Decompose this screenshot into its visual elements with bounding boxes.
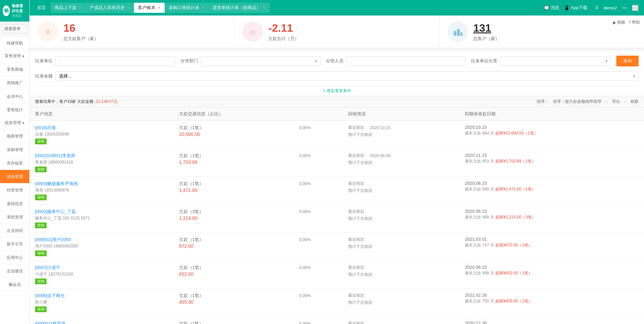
tab-close-icon[interactable]: ✕ [201, 6, 204, 10]
sidebar-item-wholesale-mgmt[interactable]: 批发管理 ▼ [0, 117, 29, 129]
next-payment-label-3: 预计下次收款 [348, 216, 372, 221]
debt-amount-4[interactable]: 672.00 [179, 243, 288, 249]
cell-debt-7: 欠款（1笔） 429.00 [174, 317, 294, 324]
table-row: [0016]吕俊 吕俊 13026203696 现销 欠款（1笔） 10,000… [30, 121, 644, 149]
sidebar-logo[interactable]: 畅 畅捷通好生意 示范店 [0, 0, 29, 22]
customer-name-2[interactable]: [0003]畅捷服务尹海燕 [35, 181, 168, 187]
overdue-amount-2[interactable]: 超期¥1,471.00（1笔） [495, 187, 536, 192]
sidebar-item-chang-member[interactable]: 畅会员 [0, 278, 29, 291]
sidebar-item-system[interactable]: 系统管理 [0, 210, 29, 224]
sidebar-item-member[interactable]: 会员中心 [0, 90, 29, 103]
cell-payment-1: 最近收款 2020-06-30 预计下次收款 [343, 149, 459, 177]
cell-due-6: 2021.02.26 最长欠款 750 天 超期¥455.90（1笔） [459, 289, 644, 317]
debt-count-7: 欠款（1笔） [179, 321, 288, 324]
customer-name-1[interactable]: [0001020001]李老师 [35, 153, 168, 159]
debt-percent-3: 0.00% [299, 209, 337, 214]
due-date-3: 2020.06.23 [465, 209, 639, 214]
filter-collapse-btn[interactable]: ∧ 收起更多条件 [35, 86, 639, 96]
tab-customer-account[interactable]: 客户账本 ✕ [134, 3, 165, 13]
filter-row-2: 往来余额 选择... [35, 71, 639, 81]
sidebar-item-finance[interactable]: 资金管理 [0, 170, 29, 183]
sidebar-item-quick-nav[interactable]: 快捷导航 [0, 36, 29, 50]
debt-amount-3[interactable]: 1,214.00 [179, 215, 288, 221]
tab-product-history[interactable]: 产成品入库单历史 ✕ [86, 3, 134, 13]
tab-product-onoff[interactable]: 商品上下架 ✕ [51, 3, 86, 13]
customer-name-7[interactable]: [000001]黄思源 [35, 321, 168, 324]
cell-customer-5: [0007]小进千 小进千 18279152100 现销 [30, 261, 174, 289]
category-select[interactable] [500, 56, 611, 66]
tab-stock-stats[interactable]: 进货单统计表（按商品） ✕ [208, 3, 270, 13]
last-payment-label-7: 最近收款 [348, 321, 364, 324]
sidebar-item-retail-mgmt[interactable]: 零售管理 ▼ [0, 50, 29, 63]
user-menu[interactable]: D demo2 [592, 3, 617, 12]
sidebar-item-retail-stats[interactable]: 零售统计 [0, 103, 29, 117]
person-input[interactable]: ... [346, 56, 466, 66]
overdue-amount-3[interactable]: 超期¥1,214.00（3笔） [495, 215, 536, 219]
customer-phone-3: 服务中心_丁磊 181 0125 8371 [35, 215, 168, 221]
balance-select[interactable]: 选择... [55, 71, 639, 81]
window-minimize-btn[interactable]: — [622, 5, 627, 11]
overdue-days-4: 最长欠款 747 天 超期¥672.00（1笔） [465, 242, 639, 248]
last-payment-label-2: 最近收款 [348, 181, 364, 186]
dept-select[interactable] [201, 56, 320, 66]
export-btn[interactable]: 导出 [612, 99, 620, 105]
customer-name-6[interactable]: [0006]去下粮仓 [35, 293, 168, 299]
last-payment-label-1: 最近收款 [348, 153, 364, 158]
debt-amount-6[interactable]: 455.90 [179, 299, 288, 305]
debt-percent-7: 0.00% [299, 321, 337, 324]
refresh-btn[interactable]: 刷新 [631, 99, 639, 105]
overdue-amount-0[interactable]: 超期¥10,000.00（1笔） [495, 131, 538, 136]
sidebar-item-inventory[interactable]: 库存核算 [0, 156, 29, 170]
stat-debt-amount: ◇ -2.11 欠款合计（万） [234, 16, 439, 48]
sidebar-item-guide[interactable]: 新手引导 [0, 237, 29, 251]
cell-customer-2: [0003]畅捷服务尹海燕 海燕 18513066976 现销 [30, 177, 174, 205]
sidebar-item-basic-info[interactable]: 基础信息 [0, 197, 29, 210]
customer-name-5[interactable]: [0007]小进千 [35, 265, 168, 271]
tab-close-icon[interactable]: ✕ [79, 6, 82, 10]
refresh-icon: ○ [624, 99, 626, 104]
sidebar-item-app-center[interactable]: 应用中心 [0, 251, 29, 264]
window-maximize-btn[interactable]: ⬜ [632, 5, 639, 11]
supplier-input[interactable]: ... [55, 56, 175, 66]
video-btn[interactable]: ▶ 视频 [613, 20, 625, 25]
sidebar-item-enterprise-collab[interactable]: 企业协同 [0, 224, 29, 237]
dept-label: 分管部门 [180, 58, 198, 64]
tab-close-icon[interactable]: ✕ [158, 6, 161, 10]
overdue-amount-1[interactable]: 超期¥1,703.68（1笔） [495, 159, 536, 164]
sidebar-item-retail-mall[interactable]: 零售商城 [0, 63, 29, 76]
app-download-btn[interactable]: 📱 App下载 [564, 5, 587, 11]
debt-amount-2[interactable]: 1,471.00 [179, 187, 288, 193]
sidebar-item-operations[interactable]: 经营管理 [0, 183, 29, 197]
customer-name-3[interactable]: [0002]服务中心_丁磊 [35, 209, 168, 215]
customer-name-0[interactable]: [0016]吕俊 [35, 125, 168, 131]
col-customer-info: 客户信息 [30, 108, 174, 121]
message-btn[interactable]: 💬 消息 [544, 5, 559, 11]
debt-amount-1[interactable]: 1,703.68 [179, 159, 288, 165]
debt-count-6: 欠款（1笔） [179, 293, 288, 299]
last-payment-date-0: 2020-10-15 [370, 125, 390, 130]
sidebar-item-purchase[interactable]: 采购管理 [0, 143, 29, 156]
sidebar-item-ecommerce[interactable]: 电商管理 [0, 129, 29, 143]
overdue-amount-6[interactable]: 超期¥455.90（1笔） [495, 299, 532, 303]
debt-percent-0: 0.00% [299, 125, 337, 130]
query-button[interactable]: 查询 [616, 56, 639, 66]
overdue-amount-4[interactable]: 超期¥672.00（1笔） [495, 243, 532, 247]
customer-phone-4: 用户2050 18665062050 [35, 243, 168, 249]
customer-phone-6: 陈小册 [35, 299, 168, 305]
customer-name-4[interactable]: [000002]用户2050 [35, 237, 168, 243]
debt-amount-5[interactable]: 652.00 [179, 271, 288, 277]
tab-close-icon[interactable]: ✕ [263, 6, 266, 10]
total-customers-label: 总客户（家） [473, 36, 500, 42]
debt-amount-0[interactable]: 10,000.00 [179, 131, 288, 137]
tab-close-icon[interactable]: ✕ [127, 6, 130, 10]
help-btn[interactable]: ? 帮助 [628, 20, 640, 25]
sidebar-item-enterprise-wechat[interactable]: 企业微信 [0, 264, 29, 278]
sidebar-item-marketing[interactable]: 营销推广 [0, 76, 29, 90]
overdue-amount-5[interactable]: 超期¥652.00（1笔） [495, 271, 532, 275]
tab-purchase-stats[interactable]: 采购订单统计表 ✕ [165, 3, 208, 13]
due-date-5: 2020.06.23 [465, 265, 639, 270]
tab-home[interactable]: 首页 [32, 5, 51, 11]
cell-percent-3: 0.00% [294, 205, 343, 233]
sort-select[interactable]: 排序：按欠款金额倒序排序 [553, 99, 601, 105]
search-menu-button[interactable]: 搜索菜单 [2, 24, 27, 33]
